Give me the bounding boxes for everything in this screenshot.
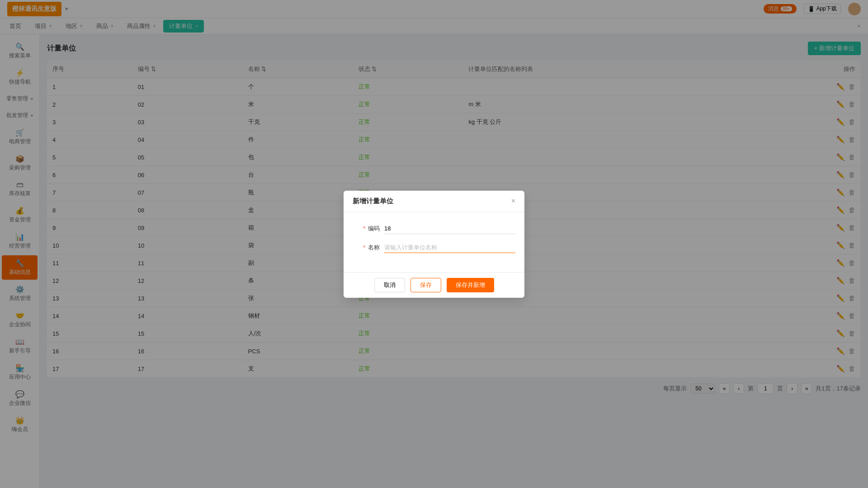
cancel-button[interactable]: 取消 bbox=[374, 278, 405, 292]
name-required: * bbox=[363, 244, 365, 251]
code-label: * 编码 bbox=[353, 225, 380, 233]
modal-body: * 编码 * 名称 bbox=[344, 212, 524, 272]
add-unit-modal: 新增计量单位 × * 编码 * 名称 取消 保存 保存并新增 bbox=[344, 191, 524, 298]
modal-overlay: 新增计量单位 × * 编码 * 名称 取消 保存 保存并新增 bbox=[0, 0, 868, 488]
name-label: * 名称 bbox=[353, 244, 380, 252]
modal-header: 新增计量单位 × bbox=[344, 191, 524, 212]
modal-footer: 取消 保存 保存并新增 bbox=[344, 272, 524, 298]
code-required: * bbox=[363, 225, 365, 232]
form-row-name: * 名称 bbox=[353, 242, 515, 253]
code-input[interactable] bbox=[384, 223, 515, 234]
modal-title: 新增计量单位 bbox=[353, 197, 393, 206]
name-input[interactable] bbox=[384, 242, 515, 253]
form-row-code: * 编码 bbox=[353, 223, 515, 234]
save-and-new-button[interactable]: 保存并新增 bbox=[447, 278, 494, 292]
modal-close-button[interactable]: × bbox=[511, 197, 515, 205]
save-button[interactable]: 保存 bbox=[410, 278, 441, 292]
